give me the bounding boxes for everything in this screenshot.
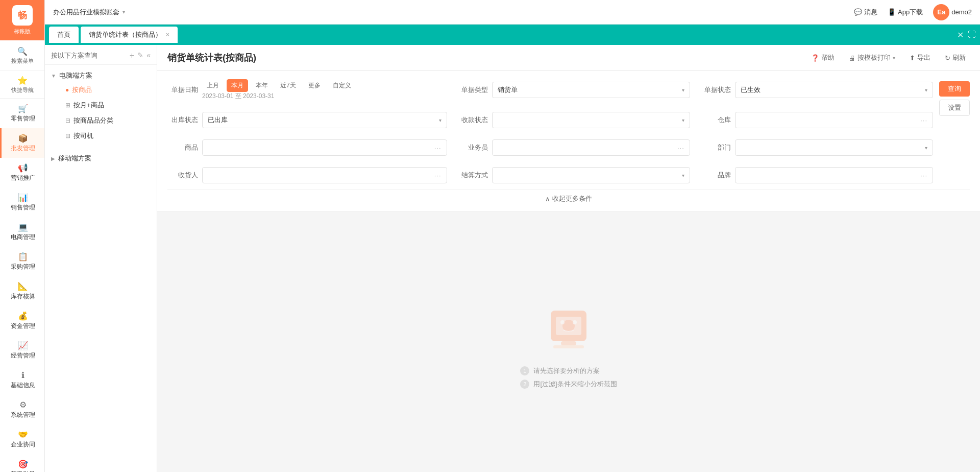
sidebar-item-sysadmin[interactable]: ⚙ 系统管理 [0, 395, 44, 424]
date-btn-more[interactable]: 更多 [304, 79, 325, 92]
sidebar-item-quicknav[interactable]: ⭐ 快捷导航 [0, 70, 44, 99]
sidebar-item-ecommerce[interactable]: 💻 电商管理 [0, 217, 44, 247]
scheme-group-desktop-label: 电脑端方案 [59, 71, 92, 80]
tab-sales-stat[interactable]: 销货单统计表（按商品） × [81, 27, 178, 43]
query-button[interactable]: 查询 [939, 81, 970, 97]
purchase-icon: 📋 [18, 252, 28, 262]
step2-num: 2 [520, 380, 529, 389]
sidebar-operations-label: 经营管理 [11, 351, 35, 360]
salesperson-control[interactable]: ··· [492, 139, 690, 156]
settings-button[interactable]: 设置 [939, 100, 970, 116]
scheme-item-category-icon: ⊟ [65, 117, 70, 124]
sidebar-item-operations[interactable]: 📈 经营管理 [0, 336, 44, 365]
filter-item-date: 单据日期 上月 本月 本年 近7天 更多 自定义 [167, 79, 447, 101]
sidebar-item-basicinfo[interactable]: ℹ 基础信息 [0, 365, 44, 395]
date-btn-lastmonth[interactable]: 上月 [202, 79, 224, 92]
filter-item-receiver: 收货人 ··· [167, 167, 447, 183]
marketing-icon: 📢 [18, 163, 28, 173]
scheme-collapse-icon[interactable]: « [146, 51, 151, 60]
app-logo[interactable]: 畅 标账版 [0, 0, 44, 40]
sidebar-purchase-label: 采购管理 [11, 263, 35, 271]
tab-close-all-icon[interactable]: ✕ [957, 30, 964, 40]
sidebar-item-wholesale[interactable]: 📦 批发管理 [0, 128, 44, 158]
scheme-edit-icon[interactable]: ✎ [137, 51, 143, 60]
department-control[interactable]: ▾ [735, 139, 933, 156]
settlement-control[interactable]: ▾ [492, 167, 690, 183]
sidebar-item-purchase[interactable]: 📋 采购管理 [0, 247, 44, 276]
sidebar-enterprise-label: 企业协同 [11, 440, 35, 449]
receiver-control[interactable]: ··· [202, 167, 447, 183]
scheme-item-by-category[interactable]: ⊟ 按商品品分类 [51, 113, 151, 128]
receiptstatus-control[interactable]: ▾ [492, 112, 690, 128]
sidebar-item-finance[interactable]: 💰 资金管理 [0, 306, 44, 336]
app-download-btn[interactable]: 📱 App下载 [888, 8, 923, 17]
receiver-more-icon: ··· [434, 172, 442, 179]
date-btn-custom[interactable]: 自定义 [328, 79, 356, 92]
export-btn[interactable]: ⬆ 导出 [905, 51, 935, 64]
sales-icon: 📊 [18, 193, 28, 202]
scheme-group-mobile-title[interactable]: ▶ 移动端方案 [51, 152, 151, 165]
sidebar-item-retail[interactable]: 🛒 零售管理 [0, 99, 44, 128]
tab-expand-icon[interactable]: ⛶ [968, 30, 976, 39]
content-header: 销货单统计表(按商品) ❓ 帮助 🖨 按模板打印 ▾ ⬆ 导出 [157, 45, 980, 71]
tab-home-label: 首页 [57, 30, 70, 39]
sidebar-item-newguide[interactable]: 🎯 新手引导 [0, 454, 44, 472]
content-header-actions: ❓ 帮助 🖨 按模板打印 ▾ ⬆ 导出 ↻ 刷新 [807, 51, 970, 64]
filter-item-department: 部门 ▾ [700, 139, 933, 156]
filter-row-2: 出库状态 已出库 ▾ 收款状态 [167, 112, 933, 128]
filter-item-doctype: 单据类型 销货单 ▾ [457, 82, 690, 98]
sidebar-item-search[interactable]: 🔍 搜索菜单 [0, 40, 44, 70]
scheme-header-actions: + ✎ « [130, 51, 151, 60]
filter-item-outstatus: 出库状态 已出库 ▾ [167, 112, 447, 128]
scheme-item-by-month-goods[interactable]: ⊞ 按月+商品 [51, 98, 151, 113]
tab-close-icon[interactable]: × [166, 31, 169, 38]
warehouse-label: 仓库 [700, 115, 731, 125]
goods-control[interactable]: ··· [202, 139, 447, 156]
scheme-group-desktop-title[interactable]: ▼ 电脑端方案 [51, 69, 151, 82]
message-btn[interactable]: 💬 消息 [854, 8, 877, 17]
outstatus-chevron-icon: ▾ [439, 117, 442, 123]
warehouse-more-icon: ··· [920, 116, 927, 124]
sidebar-newguide-label: 新手引导 [11, 470, 35, 472]
refresh-btn[interactable]: ↻ 刷新 [941, 51, 970, 64]
sidebar-item-inventory[interactable]: 📐 库存核算 [0, 276, 44, 306]
ecommerce-icon: 💻 [18, 222, 28, 232]
scheme-item-by-driver[interactable]: ⊟ 按司机 [51, 128, 151, 144]
collapse-bar: ∧ 收起更多条件 [167, 190, 970, 203]
settlement-chevron-icon: ▾ [682, 173, 684, 178]
doctype-control[interactable]: 销货单 ▾ [492, 82, 690, 98]
sidebar-item-marketing[interactable]: 📢 营销推广 [0, 158, 44, 187]
date-btn-thisyear[interactable]: 本年 [251, 79, 273, 92]
company-selector[interactable]: 办公用品行业模拟账套 ▾ [53, 8, 125, 17]
docstatus-label: 单据状态 [700, 85, 731, 95]
filter-item-warehouse: 仓库 ··· [700, 112, 933, 128]
docstatus-control[interactable]: 已生效 ▾ [735, 82, 933, 98]
filter-item-receiptstatus: 收款状态 ▾ [457, 112, 690, 128]
brand-control[interactable]: ··· [735, 167, 933, 183]
tab-home[interactable]: 首页 [49, 27, 79, 43]
finance-icon: 💰 [18, 311, 28, 321]
scheme-panel: 按以下方案查询 + ✎ « ▼ 电脑端方案 ● 按商品 ⊞ 按月 [45, 45, 157, 472]
receiptstatus-label: 收款状态 [457, 115, 488, 125]
date-btn-last7days[interactable]: 近7天 [276, 79, 301, 92]
sidebar-finance-label: 资金管理 [11, 322, 35, 331]
template-print-btn[interactable]: 🖨 按模板打印 ▾ [845, 51, 899, 64]
sidebar-item-enterprise[interactable]: 🤝 企业协同 [0, 424, 44, 454]
svg-point-6 [573, 320, 577, 324]
collapse-button[interactable]: ∧ 收起更多条件 [545, 194, 592, 203]
scheme-item-by-goods[interactable]: ● 按商品 [51, 82, 151, 98]
sidebar-item-sales[interactable]: 📊 销售管理 [0, 187, 44, 217]
date-btn-thismonth[interactable]: 本月 [227, 79, 248, 92]
page-content: 按以下方案查询 + ✎ « ▼ 电脑端方案 ● 按商品 ⊞ 按月 [45, 45, 980, 472]
help-label: 帮助 [821, 53, 835, 62]
scheme-item-by-driver-label: 按司机 [74, 131, 93, 140]
scheme-item-by-category-label: 按商品品分类 [74, 116, 113, 125]
receiptstatus-chevron-icon: ▾ [682, 117, 684, 123]
date-range: 2023-03-01 至 2023-03-31 [202, 92, 447, 101]
sidebar: 畅 标账版 🔍 搜索菜单 ⭐ 快捷导航 🛒 零售管理 📦 批发管理 📢 营销推广… [0, 0, 45, 472]
help-btn[interactable]: ❓ 帮助 [807, 51, 839, 64]
outstatus-control[interactable]: 已出库 ▾ [202, 112, 447, 128]
scheme-add-icon[interactable]: + [130, 51, 134, 60]
warehouse-control[interactable]: ··· [735, 112, 933, 128]
user-info[interactable]: Ea demo2 [933, 4, 972, 20]
